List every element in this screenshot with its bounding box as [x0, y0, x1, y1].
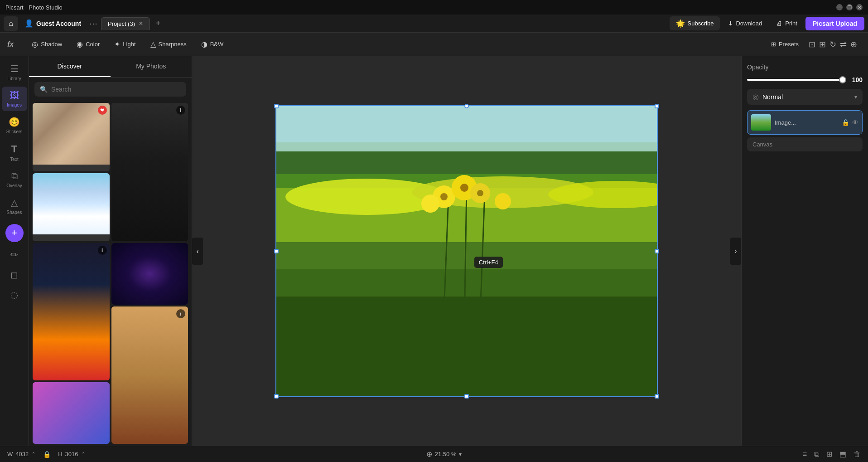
layer-name-label: Image...	[775, 119, 838, 126]
svg-point-18	[421, 195, 439, 213]
align-icon[interactable]: ≡	[803, 450, 807, 458]
zoom-plus-icon[interactable]: ⊕	[426, 450, 432, 458]
more-options-button[interactable]: ⋯	[87, 19, 99, 29]
sidebar-item-images[interactable]: 🖼 Images	[2, 87, 27, 111]
opacity-fill	[747, 79, 846, 81]
media-item[interactable]: ❤	[33, 103, 110, 171]
canvas-layer-item[interactable]: Canvas	[747, 137, 863, 151]
info-badge: i	[176, 106, 185, 115]
layer-visibility-button[interactable]: 👁	[852, 119, 858, 126]
user-icon: 👤	[24, 19, 34, 28]
bw-icon: ◑	[201, 40, 207, 49]
main-area: ☰ Library 🖼 Images 😊 Stickers T Text ⧉ O…	[0, 56, 868, 446]
resize-handle-bm[interactable]	[464, 394, 469, 399]
subscribe-button[interactable]: 🌟 Subscribe	[670, 16, 720, 30]
lock-icon[interactable]: 🔒	[43, 451, 51, 458]
sidebar-library-label: Library	[7, 76, 21, 81]
layer-lock-button[interactable]: 🔒	[842, 119, 849, 126]
h-expand-icon[interactable]: ⌃	[81, 451, 86, 457]
rotate-icon[interactable]: ↻	[829, 39, 836, 49]
media-item[interactable]	[111, 243, 188, 305]
resize-handle-mr[interactable]	[655, 249, 659, 253]
paste-icon[interactable]: ⬒	[839, 450, 846, 458]
tab-discover[interactable]: Discover	[29, 56, 111, 77]
opacity-slider[interactable]	[747, 79, 846, 81]
resize-handle-ml[interactable]	[274, 249, 279, 253]
h-value: 3016	[65, 451, 78, 457]
light-tool[interactable]: ✦ Light	[107, 37, 143, 51]
statusbar: W 4032 ⌃ 🔒 H 3016 ⌃ ⊕ 21.50 % ▾ ≡ ⧉ ⊞ ⬒ …	[0, 446, 868, 462]
resize-handle-tl[interactable]	[274, 104, 279, 108]
print-label: Print	[785, 20, 797, 27]
shadow-icon: ◎	[32, 40, 38, 49]
close-button[interactable]: ✕	[856, 4, 863, 10]
w-expand-icon[interactable]: ⌃	[31, 451, 36, 457]
blend-icon: ◎	[752, 92, 759, 101]
fx-button[interactable]: fx	[7, 40, 14, 49]
titlebar: Picsart - Photo Studio — ❐ ✕	[0, 0, 868, 15]
adjust-icon[interactable]: ⊕	[850, 39, 857, 49]
flip-icon[interactable]: ⇌	[840, 39, 847, 49]
minimize-button[interactable]: —	[836, 4, 843, 10]
select-rect-tool[interactable]: ◻	[5, 266, 24, 284]
sidebar-item-text[interactable]: T Text	[2, 140, 27, 165]
resize-icon[interactable]: ⊞	[819, 39, 826, 49]
panel-tabs: Discover My Photos	[29, 56, 192, 78]
sidebar-shapes-label: Shapes	[7, 210, 22, 215]
erase-tool[interactable]: ◌	[5, 286, 24, 304]
media-item[interactable]	[33, 382, 110, 444]
color-tool[interactable]: ◉ Color	[69, 37, 107, 51]
bw-label: B&W	[210, 41, 224, 48]
media-item[interactable]: i	[111, 306, 188, 444]
media-item[interactable]	[33, 173, 110, 242]
resize-handle-br[interactable]	[655, 394, 659, 399]
trash-icon[interactable]: 🗑	[854, 450, 861, 458]
layer-item-image[interactable]: Image... 🔒 👁	[747, 110, 863, 135]
zoom-group[interactable]: ⊕ 21.50 % ▾	[426, 450, 462, 458]
sidebar-item-shapes[interactable]: △ Shapes	[2, 194, 27, 219]
project-tab[interactable]: Project (3) ✕	[101, 17, 150, 30]
crop-icon[interactable]: ⊡	[809, 39, 815, 49]
zoom-dropdown-icon[interactable]: ▾	[459, 451, 462, 457]
color-icon: ◉	[77, 40, 83, 49]
sidebar-item-stickers[interactable]: 😊 Stickers	[2, 113, 27, 138]
bw-tool[interactable]: ◑ B&W	[194, 37, 231, 51]
tab-my-photos[interactable]: My Photos	[111, 56, 192, 77]
media-item[interactable]: i	[33, 243, 110, 380]
download-label: Download	[736, 20, 762, 27]
blend-mode-selector[interactable]: ◎ Normal ▾	[747, 89, 863, 105]
shadow-tool[interactable]: ◎ Shadow	[24, 37, 69, 51]
presets-button[interactable]: ⊞ Presets	[765, 38, 805, 50]
opacity-thumb[interactable]	[839, 76, 846, 83]
brush-tool[interactable]: ✏	[5, 246, 24, 264]
tab-close-button[interactable]: ✕	[139, 20, 143, 27]
download-button[interactable]: ⬇ Download	[722, 17, 768, 29]
resize-handle-tr[interactable]	[655, 104, 659, 108]
search-input[interactable]	[51, 86, 181, 93]
home-button[interactable]: ⌂	[4, 16, 18, 31]
sidebar-item-library[interactable]: ☰ Library	[2, 60, 27, 85]
sharpness-tool[interactable]: △ Sharpness	[143, 37, 194, 51]
canvas-wrapper[interactable]: Ctrl+F4	[275, 105, 658, 397]
add-element-button[interactable]: +	[5, 224, 24, 242]
user-account[interactable]: 👤 Guest Account	[20, 17, 86, 29]
search-bar[interactable]: 🔍	[34, 82, 186, 97]
picsart-upload-button[interactable]: Picsart Upload	[805, 17, 864, 30]
canvas-prev-button[interactable]: ‹	[192, 238, 203, 265]
tab-label: Project (3)	[108, 20, 135, 27]
media-item[interactable]: i	[111, 103, 188, 241]
canvas-next-button[interactable]: ›	[730, 238, 741, 265]
w-value: 4032	[15, 451, 29, 457]
resize-handle-tm[interactable]	[464, 104, 469, 108]
layers-section: Image... 🔒 👁 Canvas	[747, 110, 863, 438]
sidebar-stickers-label: Stickers	[6, 129, 23, 134]
group-icon[interactable]: ⊞	[826, 450, 832, 458]
print-button[interactable]: 🖨 Print	[770, 17, 804, 29]
resize-handle-bl[interactable]	[274, 394, 279, 399]
copy-icon[interactable]: ⧉	[814, 450, 819, 458]
sidebar-item-overlay[interactable]: ⧉ Overlay	[2, 167, 27, 192]
new-tab-button[interactable]: +	[152, 17, 164, 30]
svg-point-19	[440, 193, 448, 200]
username-label: Guest Account	[36, 20, 81, 27]
maximize-button[interactable]: ❐	[846, 4, 853, 10]
